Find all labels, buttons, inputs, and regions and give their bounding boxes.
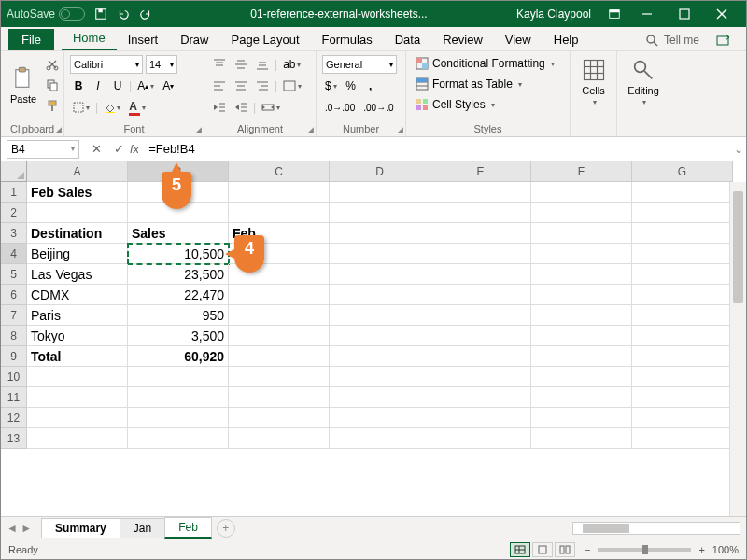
cell[interactable]: [330, 326, 430, 346]
cell[interactable]: [330, 346, 430, 367]
cell[interactable]: Total: [27, 346, 128, 367]
cell[interactable]: [330, 223, 430, 244]
number-format-combo[interactable]: General▾: [322, 55, 397, 74]
col-header-D[interactable]: D: [330, 161, 430, 182]
font-name-combo[interactable]: Calibri▾: [70, 55, 143, 74]
sheet-tab-summary[interactable]: Summary: [41, 518, 120, 538]
percent-button[interactable]: %: [343, 77, 359, 95]
cell[interactable]: [330, 182, 430, 203]
cell[interactable]: [430, 346, 531, 367]
format-as-table-button[interactable]: Format as Table: [412, 76, 564, 92]
cell[interactable]: [229, 182, 330, 203]
ribbon-display-icon[interactable]: [608, 7, 621, 21]
border-button[interactable]: [70, 98, 92, 117]
row-header[interactable]: 3: [1, 223, 27, 244]
cell[interactable]: [229, 367, 330, 387]
align-right-button[interactable]: [253, 77, 272, 95]
tab-review[interactable]: Review: [431, 29, 494, 50]
normal-view-button[interactable]: [510, 542, 530, 557]
new-sheet-button[interactable]: +: [217, 519, 235, 538]
cell[interactable]: [229, 203, 330, 223]
cell[interactable]: [430, 244, 531, 264]
zoom-level[interactable]: 100%: [712, 544, 739, 555]
row-header[interactable]: 6: [1, 285, 27, 305]
increase-font-button[interactable]: A▴: [134, 77, 157, 95]
name-box[interactable]: B4▾: [7, 140, 79, 159]
cell[interactable]: [27, 387, 128, 408]
orientation-button[interactable]: ab: [280, 55, 303, 74]
fill-color-button[interactable]: [101, 98, 123, 117]
cell[interactable]: Sales: [128, 223, 229, 244]
cell[interactable]: [632, 367, 733, 387]
cell[interactable]: [531, 326, 632, 346]
save-icon[interactable]: [94, 7, 107, 21]
cell[interactable]: [531, 305, 632, 326]
sheet-nav[interactable]: ◄ ►: [7, 522, 32, 535]
row-header[interactable]: 13: [1, 428, 27, 449]
cell[interactable]: [128, 387, 229, 408]
cell[interactable]: [531, 428, 632, 449]
tab-formulas[interactable]: Formulas: [311, 29, 384, 50]
row-header[interactable]: 7: [1, 305, 27, 326]
cell[interactable]: [632, 203, 733, 223]
cell[interactable]: [531, 203, 632, 223]
paste-button[interactable]: Paste: [7, 63, 40, 106]
cell[interactable]: [632, 305, 733, 326]
cell[interactable]: Las Vegas: [27, 264, 128, 285]
cell[interactable]: [531, 182, 632, 203]
cell[interactable]: [430, 285, 531, 305]
cell[interactable]: CDMX: [27, 285, 128, 305]
cell[interactable]: [330, 428, 430, 449]
cell[interactable]: [229, 387, 330, 408]
cell[interactable]: [330, 387, 430, 408]
copy-button[interactable]: [43, 76, 62, 94]
underline-button[interactable]: U: [109, 77, 126, 95]
sheet-tab-feb[interactable]: Feb: [164, 517, 212, 539]
cell[interactable]: Tokyo: [27, 326, 128, 346]
cell[interactable]: [531, 367, 632, 387]
cut-button[interactable]: [43, 55, 62, 74]
autosave-toggle[interactable]: AutoSave: [7, 7, 85, 21]
cell[interactable]: [229, 408, 330, 428]
tab-help[interactable]: Help: [543, 29, 590, 50]
cell[interactable]: [27, 428, 128, 449]
cell-styles-button[interactable]: Cell Styles: [412, 96, 564, 113]
cell[interactable]: [229, 305, 330, 326]
cells-button[interactable]: Cells: [576, 55, 611, 108]
cell[interactable]: [531, 346, 632, 367]
cancel-formula-button[interactable]: ✕: [85, 142, 107, 156]
close-button[interactable]: [703, 1, 740, 27]
cell[interactable]: [632, 326, 733, 346]
cell[interactable]: [229, 285, 330, 305]
cell[interactable]: [632, 244, 733, 264]
cell[interactable]: [430, 428, 531, 449]
zoom-out-button[interactable]: −: [585, 544, 590, 555]
cell[interactable]: [632, 223, 733, 244]
cell[interactable]: [330, 203, 430, 223]
increase-decimal-button[interactable]: .0→.00: [322, 98, 358, 117]
tab-file[interactable]: File: [8, 29, 54, 50]
fx-icon[interactable]: fx: [130, 142, 139, 156]
format-painter-button[interactable]: [43, 96, 62, 115]
cell[interactable]: 60,920: [128, 346, 229, 367]
share-button[interactable]: [709, 30, 739, 50]
bold-button[interactable]: B: [70, 77, 87, 95]
cell[interactable]: [128, 367, 229, 387]
tab-page-layout[interactable]: Page Layout: [220, 29, 311, 50]
cell[interactable]: Paris: [27, 305, 128, 326]
cell[interactable]: [229, 346, 330, 367]
row-header[interactable]: 11: [1, 387, 27, 408]
enter-formula-button[interactable]: ✓: [107, 142, 130, 156]
tab-home[interactable]: Home: [62, 27, 117, 50]
dialog-launcher-icon[interactable]: ◢: [55, 125, 62, 134]
font-size-combo[interactable]: 14▾: [146, 55, 177, 74]
editing-button[interactable]: Editing: [623, 55, 664, 108]
row-header[interactable]: 9: [1, 346, 27, 367]
cell[interactable]: 23,500: [128, 264, 229, 285]
cell[interactable]: [430, 182, 531, 203]
page-break-view-button[interactable]: [555, 542, 575, 557]
cell[interactable]: [632, 428, 733, 449]
cell[interactable]: [430, 387, 531, 408]
cell[interactable]: [27, 408, 128, 428]
formula-input[interactable]: =Feb!B4: [145, 142, 731, 156]
